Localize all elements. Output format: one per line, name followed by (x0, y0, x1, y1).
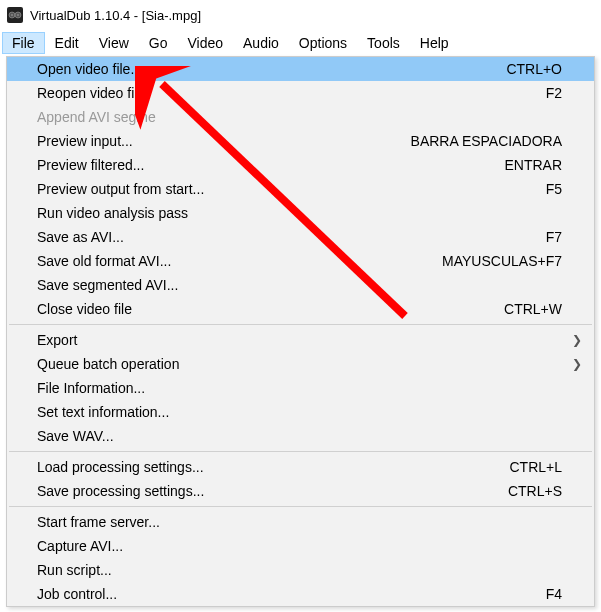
menu-item-shortcut: CTRL+O (506, 61, 562, 77)
menubar: File Edit View Go Video Audio Options To… (0, 30, 601, 56)
menu-close-video[interactable]: Close video file CTRL+W (7, 297, 594, 321)
menu-audio[interactable]: Audio (233, 32, 289, 54)
menu-preview-input[interactable]: Preview input... BARRA ESPACIADORA (7, 129, 594, 153)
menu-item-label: Save as AVI... (37, 229, 546, 245)
menu-help[interactable]: Help (410, 32, 459, 54)
menu-queue-batch[interactable]: Queue batch operation ❯ (7, 352, 594, 376)
menu-separator (9, 324, 592, 325)
menu-item-label: Save processing settings... (37, 483, 508, 499)
menu-file-info[interactable]: File Information... (7, 376, 594, 400)
menu-item-label: Set text information... (37, 404, 562, 420)
menu-reopen-video[interactable]: Reopen video file F2 (7, 81, 594, 105)
menu-file[interactable]: File (2, 32, 45, 54)
menu-item-shortcut: CTRL+L (509, 459, 562, 475)
menu-item-shortcut: F4 (546, 586, 562, 602)
menu-item-label: Save segmented AVI... (37, 277, 562, 293)
menu-item-shortcut: F7 (546, 229, 562, 245)
menu-item-shortcut: F2 (546, 85, 562, 101)
menu-item-label: Close video file (37, 301, 504, 317)
menu-item-label: Preview output from start... (37, 181, 546, 197)
menu-options[interactable]: Options (289, 32, 357, 54)
window-title: VirtualDub 1.10.4 - [Sia-.mpg] (30, 8, 201, 23)
menu-item-label: Append AVI segme (37, 109, 562, 125)
chevron-right-icon: ❯ (572, 357, 582, 371)
menu-job-control[interactable]: Job control... F4 (7, 582, 594, 606)
menu-append-avi: Append AVI segme (7, 105, 594, 129)
menu-item-label: Reopen video file (37, 85, 546, 101)
menu-go[interactable]: Go (139, 32, 178, 54)
menu-item-label: Preview filtered... (37, 157, 504, 173)
menu-item-label: Export (37, 332, 562, 348)
menu-edit[interactable]: Edit (45, 32, 89, 54)
chevron-right-icon: ❯ (572, 333, 582, 347)
menu-start-frame[interactable]: Start frame server... (7, 510, 594, 534)
menu-save-avi[interactable]: Save as AVI... F7 (7, 225, 594, 249)
menu-save-wav[interactable]: Save WAV... (7, 424, 594, 448)
menu-item-label: Start frame server... (37, 514, 562, 530)
menu-separator (9, 451, 592, 452)
menu-item-label: Save old format AVI... (37, 253, 442, 269)
menu-item-shortcut: ENTRAR (504, 157, 562, 173)
menu-save-proc[interactable]: Save processing settings... CTRL+S (7, 479, 594, 503)
menu-item-label: Queue batch operation (37, 356, 562, 372)
menu-run-analysis[interactable]: Run video analysis pass (7, 201, 594, 225)
menu-view[interactable]: View (89, 32, 139, 54)
menu-item-label: File Information... (37, 380, 562, 396)
menu-video[interactable]: Video (177, 32, 233, 54)
svg-point-4 (17, 14, 19, 16)
menu-capture-avi[interactable]: Capture AVI... (7, 534, 594, 558)
menu-item-label: Job control... (37, 586, 546, 602)
file-dropdown: Open video file... CTRL+O Reopen video f… (6, 56, 595, 607)
app-icon (6, 6, 24, 24)
menu-item-label: Open video file... (37, 61, 506, 77)
svg-point-3 (11, 14, 13, 16)
menu-separator (9, 506, 592, 507)
menu-preview-filtered[interactable]: Preview filtered... ENTRAR (7, 153, 594, 177)
menu-save-seg-avi[interactable]: Save segmented AVI... (7, 273, 594, 297)
menu-item-shortcut: BARRA ESPACIADORA (411, 133, 562, 149)
titlebar: VirtualDub 1.10.4 - [Sia-.mpg] (0, 0, 601, 30)
menu-item-shortcut: MAYUSCULAS+F7 (442, 253, 562, 269)
menu-set-text[interactable]: Set text information... (7, 400, 594, 424)
menu-item-shortcut: F5 (546, 181, 562, 197)
menu-item-label: Save WAV... (37, 428, 562, 444)
menu-item-label: Load processing settings... (37, 459, 509, 475)
menu-export[interactable]: Export ❯ (7, 328, 594, 352)
menu-save-old-avi[interactable]: Save old format AVI... MAYUSCULAS+F7 (7, 249, 594, 273)
menu-item-label: Capture AVI... (37, 538, 562, 554)
menu-item-label: Run video analysis pass (37, 205, 562, 221)
menu-item-label: Preview input... (37, 133, 411, 149)
menu-tools[interactable]: Tools (357, 32, 410, 54)
menu-item-label: Run script... (37, 562, 562, 578)
menu-item-shortcut: CTRL+S (508, 483, 562, 499)
menu-run-script[interactable]: Run script... (7, 558, 594, 582)
menu-open-video[interactable]: Open video file... CTRL+O (7, 57, 594, 81)
menu-preview-output[interactable]: Preview output from start... F5 (7, 177, 594, 201)
menu-load-proc[interactable]: Load processing settings... CTRL+L (7, 455, 594, 479)
menu-item-shortcut: CTRL+W (504, 301, 562, 317)
